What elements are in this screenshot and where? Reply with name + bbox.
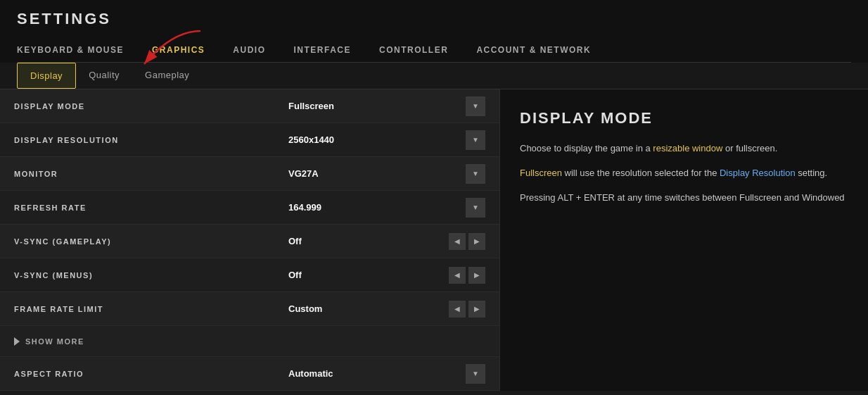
- settings-container: SETTINGS KEYBOARD & MOUSE GRAPHICS AUDIO…: [0, 0, 868, 391]
- setting-control-display-resolution: 2560x1440: [288, 130, 485, 150]
- setting-row-display-mode: DISPLAY MODE Fullscreen: [0, 89, 499, 123]
- arrow-left-vsync-gameplay[interactable]: ◀: [449, 233, 466, 250]
- setting-row-vsync-gameplay: V-SYNC (GAMEPLAY) Off ◀ ▶: [0, 225, 499, 258]
- setting-row-aspect-ratio: ASPECT RATIO Automatic: [0, 357, 499, 391]
- description-title: DISPLAY MODE: [520, 109, 848, 127]
- page-title: SETTINGS: [17, 10, 851, 28]
- content-area: DISPLAY MODE Fullscreen DISPLAY RESOLUTI…: [0, 89, 868, 391]
- arrow-controls-vsync-gameplay: ◀ ▶: [449, 233, 485, 250]
- settings-list: DISPLAY MODE Fullscreen DISPLAY RESOLUTI…: [0, 89, 499, 391]
- setting-label-refresh-rate: REFRESH RATE: [14, 203, 87, 212]
- show-more-label: SHOW MORE: [25, 337, 84, 346]
- tab-gameplay[interactable]: Gameplay: [132, 63, 202, 89]
- setting-label-vsync-gameplay: V-SYNC (GAMEPLAY): [14, 237, 111, 246]
- show-more-button[interactable]: SHOW MORE: [0, 326, 499, 357]
- setting-label-display-resolution: DISPLAY RESOLUTION: [14, 136, 119, 144]
- dropdown-aspect-ratio[interactable]: [466, 364, 485, 384]
- setting-value-refresh-rate: 164.999: [288, 202, 460, 213]
- description-panel: DISPLAY MODE Choose to display the game …: [499, 89, 868, 391]
- dropdown-monitor[interactable]: [466, 164, 485, 184]
- setting-row-vsync-menus: V-SYNC (MENUS) Off ◀ ▶: [0, 258, 499, 292]
- desc-highlight-resizable: resizable window: [653, 143, 722, 153]
- nav-controller[interactable]: CONTROLLER: [379, 38, 462, 62]
- setting-control-vsync-menus: Off ◀ ▶: [288, 267, 485, 284]
- arrow-controls-vsync-menus: ◀ ▶: [449, 267, 485, 284]
- setting-row-display-resolution: DISPLAY RESOLUTION 2560x1440: [0, 123, 499, 157]
- description-paragraph-1: Choose to display the game in a resizabl…: [520, 142, 848, 156]
- setting-label-monitor: MONITOR: [14, 170, 58, 178]
- setting-value-display-resolution: 2560x1440: [288, 134, 460, 145]
- setting-label-display-mode: DISPLAY MODE: [14, 102, 85, 111]
- setting-label-vsync-menus: V-SYNC (MENUS): [14, 271, 93, 280]
- nav-interface[interactable]: INTERFACE: [294, 38, 366, 62]
- dropdown-display-mode[interactable]: [466, 96, 485, 116]
- nav-audio[interactable]: AUDIO: [233, 38, 279, 62]
- setting-control-aspect-ratio: Automatic: [288, 364, 485, 384]
- setting-row-monitor: MONITOR VG27A: [0, 157, 499, 191]
- settings-header: SETTINGS KEYBOARD & MOUSE GRAPHICS AUDIO…: [0, 0, 868, 63]
- setting-value-frame-rate-limit: Custom: [288, 303, 443, 314]
- setting-control-vsync-gameplay: Off ◀ ▶: [288, 233, 485, 250]
- arrow-controls-frame-rate-limit: ◀ ▶: [449, 301, 485, 318]
- arrow-right-vsync-gameplay[interactable]: ▶: [468, 233, 485, 250]
- arrow-right-frame-rate-limit[interactable]: ▶: [468, 301, 485, 318]
- settings-page: SETTINGS KEYBOARD & MOUSE GRAPHICS AUDIO…: [0, 0, 868, 391]
- setting-value-display-mode: Fullscreen: [288, 101, 460, 111]
- setting-control-monitor: VG27A: [288, 164, 485, 184]
- dropdown-refresh-rate[interactable]: [466, 198, 485, 218]
- setting-value-vsync-gameplay: Off: [288, 236, 443, 246]
- setting-value-vsync-menus: Off: [288, 270, 443, 280]
- setting-row-refresh-rate: REFRESH RATE 164.999: [0, 191, 499, 225]
- arrow-left-frame-rate-limit[interactable]: ◀: [449, 301, 466, 318]
- arrow-left-vsync-menus[interactable]: ◀: [449, 267, 466, 284]
- arrow-right-vsync-menus[interactable]: ▶: [468, 267, 485, 284]
- dropdown-display-resolution[interactable]: [466, 130, 485, 150]
- setting-value-monitor: VG27A: [288, 168, 460, 179]
- main-navigation: KEYBOARD & MOUSE GRAPHICS AUDIO INTERFAC…: [17, 38, 851, 63]
- desc-highlight-display-resolution: Display Resolution: [720, 168, 796, 178]
- desc-highlight-fullscreen: Fullscreen: [520, 168, 562, 178]
- setting-control-refresh-rate: 164.999: [288, 198, 485, 218]
- nav-graphics[interactable]: GRAPHICS: [152, 38, 219, 62]
- tab-quality[interactable]: Quality: [76, 63, 132, 89]
- setting-control-frame-rate-limit: Custom ◀ ▶: [288, 301, 485, 318]
- nav-keyboard-mouse[interactable]: KEYBOARD & MOUSE: [17, 38, 138, 62]
- show-more-icon: [14, 337, 20, 346]
- setting-row-frame-rate-limit: FRAME RATE LIMIT Custom ◀ ▶: [0, 292, 499, 326]
- setting-label-frame-rate-limit: FRAME RATE LIMIT: [14, 305, 103, 313]
- description-paragraph-3: Pressing ALT + ENTER at any time switche…: [520, 191, 848, 206]
- setting-label-aspect-ratio: ASPECT RATIO: [14, 370, 84, 378]
- setting-control-display-mode: Fullscreen: [288, 96, 485, 116]
- description-paragraph-2: Fullscreen will use the resolution selec…: [520, 166, 848, 181]
- sub-navigation: Display Quality Gameplay: [0, 63, 868, 89]
- tab-display[interactable]: Display: [17, 63, 76, 89]
- nav-account-network[interactable]: ACCOUNT & NETWORK: [476, 38, 605, 62]
- setting-value-aspect-ratio: Automatic: [288, 368, 460, 379]
